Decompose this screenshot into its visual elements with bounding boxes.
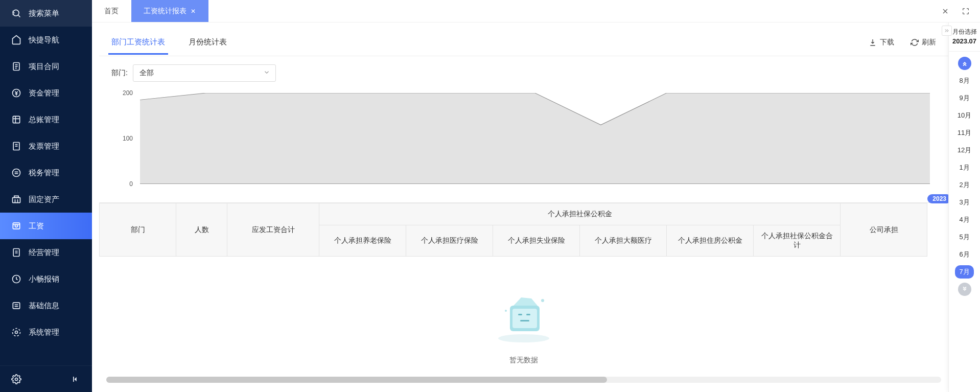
sidebar-item-salary[interactable]: 工资: [0, 213, 92, 239]
month-panel-current: 2023.07: [952, 37, 977, 45]
subtab-month-stats[interactable]: 月份统计表: [185, 30, 230, 55]
tab-home-label: 首页: [104, 7, 119, 16]
th-company: 公司承担: [841, 203, 927, 257]
svg-point-46: [541, 299, 544, 302]
sidebar-item-label: 搜索菜单: [29, 9, 59, 18]
month-item[interactable]: 9月: [955, 91, 973, 105]
month-item[interactable]: 7月: [955, 265, 973, 279]
money-icon: [11, 88, 21, 98]
svg-rect-21: [13, 223, 19, 229]
svg-marker-37: [140, 93, 930, 184]
th-dept: 部门: [100, 203, 176, 257]
month-item[interactable]: 3月: [955, 196, 973, 209]
svg-rect-43: [526, 314, 530, 315]
sidebar-item-label: 系统管理: [29, 328, 59, 337]
close-all-tabs-button[interactable]: [938, 4, 952, 18]
tab-close-icon[interactable]: ✕: [191, 8, 196, 15]
svg-point-33: [15, 378, 18, 380]
fullscreen-button[interactable]: [959, 4, 973, 18]
month-item[interactable]: 2月: [955, 178, 973, 192]
sidebar-item-invoice[interactable]: 发票管理: [0, 133, 92, 159]
month-item[interactable]: 8月: [955, 74, 973, 87]
year-badge: 2023: [927, 194, 951, 203]
svg-marker-45: [514, 297, 538, 306]
sidebar-item-system[interactable]: 系统管理: [0, 319, 92, 345]
th-sub: 个人承担养老保险: [319, 225, 406, 257]
sidebar-item-label: 资金管理: [29, 88, 59, 98]
svg-rect-28: [13, 303, 19, 309]
sidebar-item-label: 项目合同: [29, 62, 59, 72]
tab-home[interactable]: 首页: [92, 0, 131, 22]
th-sub: 个人承担住房公积金: [667, 225, 754, 257]
sidebar-item-label: 经营管理: [29, 248, 59, 258]
empty-state: 暂无数据: [99, 257, 948, 376]
sidebar-item-label: 工资: [29, 221, 44, 231]
sidebar-item-reimburse[interactable]: 小畅报销: [0, 266, 92, 292]
tab-bar: 首页 工资统计报表 ✕: [92, 0, 980, 22]
th-group-personal: 个人承担社保公积金: [319, 203, 841, 225]
tab-active-label: 工资统计报表: [144, 7, 186, 16]
sidebar-item-home[interactable]: 快捷导航: [0, 27, 92, 53]
tab-salary-report[interactable]: 工资统计报表 ✕: [131, 0, 208, 22]
month-item[interactable]: 11月: [953, 126, 975, 140]
sidebar-item-label: 基础信息: [29, 301, 59, 311]
month-item[interactable]: 4月: [955, 213, 973, 226]
salary-icon: [11, 221, 21, 231]
sidebar-item-contract[interactable]: 项目合同: [0, 53, 92, 80]
sidebar-item-search[interactable]: 搜索菜单: [0, 0, 92, 27]
month-item[interactable]: 1月: [955, 161, 973, 174]
month-scroll-up-button[interactable]: [958, 57, 971, 70]
filter-dept-label: 部门:: [111, 68, 128, 78]
svg-point-32: [13, 329, 20, 336]
sidebar-item-money[interactable]: 资金管理: [0, 80, 92, 106]
sidebar-item-ledger[interactable]: 总账管理: [0, 106, 92, 133]
th-count: 人数: [176, 203, 227, 257]
tax-icon: [11, 168, 21, 178]
sidebar-item-tax[interactable]: 税务管理: [0, 159, 92, 186]
download-button[interactable]: 下载: [866, 36, 897, 49]
th-total: 应发工资合计: [227, 203, 319, 257]
settings-icon[interactable]: [11, 374, 21, 384]
month-item[interactable]: 5月: [955, 230, 973, 244]
svg-rect-34: [73, 377, 74, 382]
horizontal-scrollbar[interactable]: [106, 377, 941, 383]
sidebar-item-label: 发票管理: [29, 142, 59, 151]
search-icon: [11, 8, 21, 18]
sidebar-item-info[interactable]: 基础信息: [0, 292, 92, 319]
month-panel-title: 月份选择: [952, 28, 977, 36]
refresh-button[interactable]: 刷新: [907, 36, 939, 49]
info-icon: [11, 301, 21, 311]
sidebar-item-label: 快捷导航: [29, 35, 59, 45]
sidebar-item-biz[interactable]: 经营管理: [0, 239, 92, 266]
subtabs: 部门工资统计表 月份统计表 下载 刷新: [99, 29, 948, 56]
sidebar-bottom: [0, 365, 92, 392]
y-tick: 200: [123, 89, 133, 97]
chevron-down-icon: [263, 69, 270, 78]
salary-chart: 0100200: [99, 88, 948, 195]
reimburse-icon: [11, 274, 21, 284]
invoice-icon: [11, 141, 21, 151]
month-item[interactable]: 6月: [955, 248, 973, 261]
dept-select[interactable]: 全部: [133, 64, 276, 82]
svg-point-47: [505, 310, 507, 312]
collapse-sidebar-icon[interactable]: [71, 374, 81, 384]
svg-point-39: [498, 334, 549, 342]
biz-icon: [11, 247, 21, 258]
report-panel: 部门工资统计表 月份统计表 下载 刷新 部门:: [99, 29, 948, 386]
svg-rect-17: [13, 198, 20, 203]
svg-rect-10: [13, 116, 19, 123]
month-scroll-down-button[interactable]: [958, 283, 971, 296]
download-label: 下载: [880, 38, 894, 47]
month-item[interactable]: 10月: [953, 109, 975, 122]
home-icon: [11, 35, 21, 45]
svg-rect-44: [520, 320, 529, 321]
contract-icon: [11, 61, 21, 72]
svg-line-1: [18, 15, 20, 17]
sidebar-item-label: 固定资产: [29, 195, 59, 204]
subtab-dept-stats[interactable]: 部门工资统计表: [108, 30, 168, 55]
collapse-month-panel-button[interactable]: [942, 26, 952, 36]
filter-row: 部门: 全部: [99, 56, 948, 88]
month-item[interactable]: 12月: [953, 144, 975, 157]
sidebar-item-asset[interactable]: 固定资产: [0, 186, 92, 213]
sidebar: 搜索菜单快捷导航项目合同资金管理总账管理发票管理税务管理固定资产工资经营管理小畅…: [0, 0, 92, 392]
